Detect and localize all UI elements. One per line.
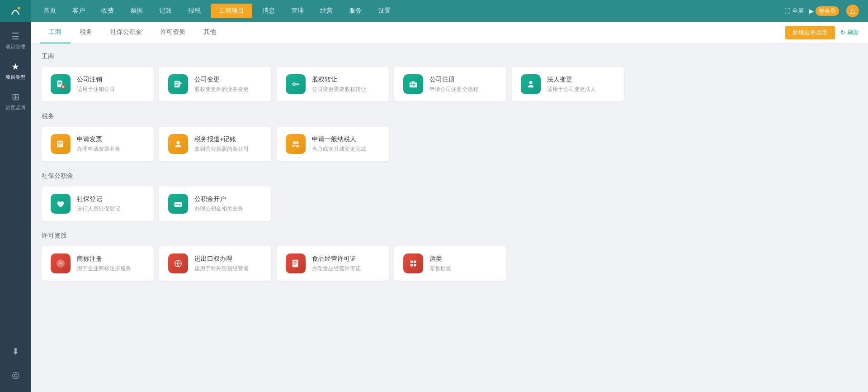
card-desc-food-license: 办理食品经营许可证	[312, 265, 361, 272]
card-title-alcohol: 酒类	[429, 255, 451, 263]
card-general-taxpayer[interactable]: 申请一般纳税人 当月或次月成变更完成	[277, 127, 389, 161]
tab-税务[interactable]: 税务	[71, 22, 101, 43]
tab-bar: 工商税务社保公积金许可资质其他 新增业务类型 ↻ 刷新	[31, 22, 868, 43]
card-tax-report[interactable]: 税务报道+记账 拿到营业执照的新公司	[159, 127, 271, 161]
sidebar-label: 项目管理	[5, 43, 25, 50]
cards-grid: ™ 商标注册 用于企业商标注册服务 进出口权办理 适用于对外贸易经营者 食品经营…	[42, 246, 857, 281]
nav-item-工商项目[interactable]: 工商项目	[211, 4, 252, 18]
sidebar-item-项目类型[interactable]: ★项目类型	[0, 56, 31, 86]
svg-rect-18	[175, 85, 178, 86]
fullscreen-btn[interactable]: ⛶ 全屏	[784, 7, 804, 15]
svg-rect-11	[58, 85, 61, 85]
svg-rect-46	[410, 261, 413, 263]
cards-grid: 社保登记 进行人员社保登记 公积金开户 办理公积金相关业务	[42, 186, 857, 221]
card-invoice-apply[interactable]: 申请发票 办理申请发票业务	[42, 127, 154, 161]
card-title-general-taxpayer: 申请一般纳税人	[312, 135, 366, 143]
svg-point-6	[849, 10, 850, 12]
sidebar-label: 进度监测	[5, 104, 25, 111]
sidebar-icon: ★	[11, 61, 19, 72]
tab-其他[interactable]: 其他	[194, 22, 225, 43]
card-info-social-insurance: 社保登记 进行人员社保登记	[77, 195, 120, 213]
card-icon-trademark: ™	[51, 253, 71, 273]
card-company-cancel[interactable]: 公司注销 适用于注销公司	[42, 67, 154, 101]
cards-grid: 公司注销 适用于注销公司 公司变更 股权变更外的业务变更 股权转让 公司变更需要…	[42, 67, 857, 101]
card-info-alcohol: 酒类 零售批发	[429, 255, 451, 272]
card-icon-food-license	[286, 253, 306, 273]
card-desc-legal-change: 适用于公司变更法人	[547, 86, 596, 93]
refresh-label: 刷新	[847, 29, 859, 37]
card-desc-general-taxpayer: 当月或次月成变更完成	[312, 145, 366, 153]
card-title-company-change: 公司变更	[194, 76, 249, 84]
nav-item-记账[interactable]: 记账	[151, 0, 180, 22]
section-税务: 税务 申请发票 办理申请发票业务 税务报道+记账 拿到营业执照的新公司 申请一般…	[42, 112, 857, 161]
nav-item-报税[interactable]: 报税	[180, 0, 209, 22]
nav-item-客户[interactable]: 客户	[64, 0, 93, 22]
svg-rect-23	[411, 84, 413, 85]
card-company-register[interactable]: 公司注册 申请公司注册全流程	[394, 67, 506, 101]
card-title-equity-transfer: 股权转让	[312, 76, 366, 84]
nav-menu: 首页客户收费票据记账报税工商项目消息管理经营服务设置	[31, 0, 784, 22]
vip-btn[interactable]: ▶ 畅会员	[809, 6, 839, 16]
section-title: 税务	[42, 112, 857, 120]
svg-point-7	[855, 10, 857, 12]
new-type-button[interactable]: 新增业务类型	[785, 26, 835, 39]
card-alcohol[interactable]: 酒类 零售批发	[394, 246, 506, 281]
card-company-change[interactable]: 公司变更 股权变更外的业务变更	[159, 67, 271, 101]
svg-rect-24	[413, 84, 415, 85]
card-info-invoice-apply: 申请发票 办理申请发票业务	[77, 135, 120, 153]
card-info-tax-report: 税务报道+记账 拿到营业执照的新公司	[194, 135, 249, 153]
card-food-license[interactable]: 食品经营许可证 办理食品经营许可证	[277, 246, 389, 281]
svg-rect-49	[414, 264, 416, 267]
svg-rect-44	[293, 263, 297, 263]
nav-item-消息[interactable]: 消息	[254, 0, 283, 22]
nav-item-票据[interactable]: 票据	[122, 0, 151, 22]
card-trademark[interactable]: ™ 商标注册 用于企业商标注册服务	[42, 246, 154, 281]
mascot-icon	[844, 3, 861, 19]
tab-许可资质[interactable]: 许可资质	[151, 22, 194, 43]
download-icon[interactable]: ⬇	[0, 341, 31, 361]
logo[interactable]	[0, 0, 31, 22]
tab-社保公积金[interactable]: 社保公积金	[101, 22, 151, 43]
card-info-equity-transfer: 股权转让 公司变更需要股权转让	[312, 76, 366, 93]
sidebar-item-进度监测[interactable]: ⊞进度监测	[0, 86, 31, 116]
svg-rect-45	[293, 264, 296, 264]
nav-item-收费[interactable]: 收费	[93, 0, 122, 22]
card-desc-company-cancel: 适用于注销公司	[77, 86, 115, 93]
top-nav: 首页客户收费票据记账报税工商项目消息管理经营服务设置 ⛶ 全屏 ▶ 畅会员	[0, 0, 868, 22]
refresh-icon: ↻	[840, 29, 845, 36]
card-equity-transfer[interactable]: 股权转让 公司变更需要股权转让	[277, 67, 389, 101]
svg-rect-16	[175, 82, 179, 83]
nav-item-首页[interactable]: 首页	[35, 0, 64, 22]
card-legal-change[interactable]: 法人变更 适用于公司变更法人	[512, 67, 624, 101]
nav-item-管理[interactable]: 管理	[283, 0, 312, 22]
card-icon-company-cancel	[51, 74, 71, 94]
refresh-button[interactable]: ↻ 刷新	[840, 29, 859, 37]
sidebar-item-项目管理[interactable]: ☰项目管理	[0, 25, 31, 56]
nav-item-设置[interactable]: 设置	[370, 0, 399, 22]
nav-item-经营[interactable]: 经营	[312, 0, 341, 22]
location-icon[interactable]: ◎	[0, 365, 31, 385]
card-housing-fund[interactable]: 公积金开户 办理公积金相关业务	[159, 186, 271, 221]
svg-rect-25	[413, 85, 415, 86]
card-desc-social-insurance: 进行人员社保登记	[77, 205, 120, 213]
svg-rect-10	[58, 83, 61, 84]
card-info-company-register: 公司注册 申请公司注册全流程	[429, 76, 478, 93]
card-info-company-change: 公司变更 股权变更外的业务变更	[194, 76, 249, 93]
card-title-legal-change: 法人变更	[547, 76, 596, 84]
card-social-insurance[interactable]: 社保登记 进行人员社保登记	[42, 186, 154, 221]
svg-rect-48	[410, 264, 413, 267]
tab-工商[interactable]: 工商	[40, 22, 71, 43]
section-社保公积金: 社保公积金 社保登记 进行人员社保登记 公积金开户 办理公积金相关业务	[42, 172, 857, 221]
card-import-export[interactable]: 进出口权办理 适用于对外贸易经营者	[159, 246, 271, 281]
sidebar-label: 项目类型	[5, 74, 25, 81]
card-icon-equity-transfer	[286, 74, 306, 94]
nav-right: ⛶ 全屏 ▶ 畅会员	[784, 3, 868, 19]
card-desc-invoice-apply: 办理申请发票业务	[77, 145, 120, 153]
card-icon-import-export	[168, 253, 188, 273]
svg-rect-47	[414, 261, 416, 263]
card-info-import-export: 进出口权办理 适用于对外贸易经营者	[194, 255, 249, 272]
nav-item-服务[interactable]: 服务	[341, 0, 370, 22]
svg-rect-30	[58, 145, 61, 145]
svg-rect-29	[58, 143, 62, 144]
card-icon-tax-report	[168, 134, 188, 154]
